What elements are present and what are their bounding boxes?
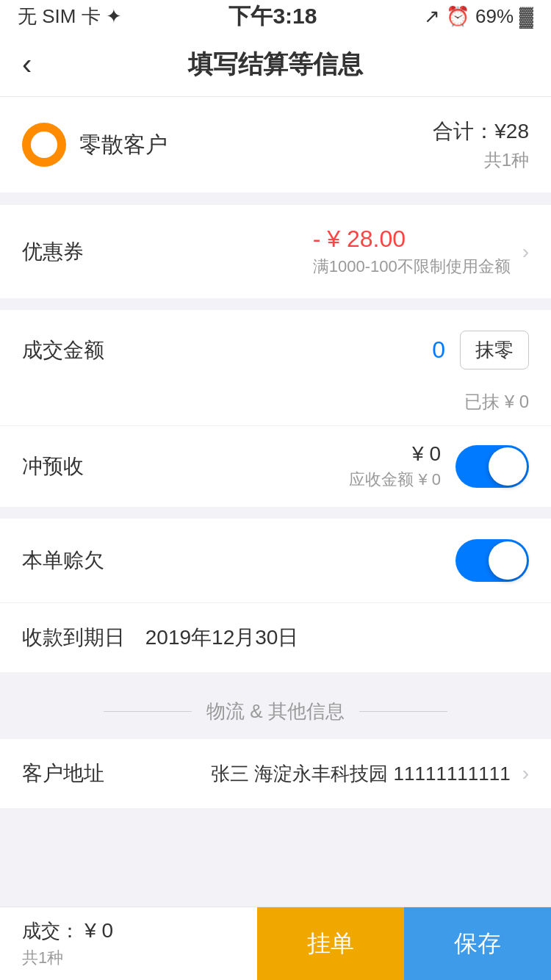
page-title: 填写结算等信息 bbox=[188, 48, 363, 82]
customer-name: 零散客户 bbox=[79, 130, 168, 160]
deal-sub-text: 已抹 ¥ 0 bbox=[0, 390, 551, 425]
coupon-right: - ¥ 28.00 满1000-100不限制使用金额 › bbox=[313, 226, 529, 278]
content-area: 零散客户 合计：¥28 共1种 优惠券 - ¥ 28.00 满1000-100不… bbox=[0, 97, 551, 893]
prepay-amounts: ¥ 0 应收金额 ¥ 0 bbox=[349, 442, 441, 491]
back-button[interactable]: ‹ bbox=[22, 48, 32, 81]
total-count: 共1种 bbox=[433, 148, 529, 172]
prepay-sub-amount: 应收金额 ¥ 0 bbox=[349, 469, 441, 491]
due-date-value: 2019年12月30日 bbox=[145, 626, 299, 649]
bottom-deal-label: 成交： bbox=[22, 920, 79, 942]
prepay-main-amount: ¥ 0 bbox=[349, 442, 441, 466]
toggle-knob bbox=[489, 447, 527, 486]
deal-amount-value: 0 bbox=[432, 336, 445, 364]
sim-status: 无 SIM 卡 ✦ bbox=[18, 4, 122, 29]
bottom-bar: 成交： ¥ 0 共1种 挂单 保存 bbox=[0, 907, 551, 980]
coupon-label: 优惠券 bbox=[22, 238, 84, 266]
status-bar: 无 SIM 卡 ✦ 下午3:18 ↗ ⏰ 69% ▓ bbox=[0, 0, 551, 32]
address-row[interactable]: 客户地址 张三 海淀永丰科技园 11111111111 › bbox=[0, 739, 551, 808]
customer-row: 零散客户 合计：¥28 共1种 bbox=[0, 97, 551, 192]
logistics-label-text: 物流 & 其他信息 bbox=[206, 699, 345, 724]
deal-amount-row: 成交金额 0 抹零 bbox=[0, 310, 551, 390]
round-off-button[interactable]: 抹零 bbox=[460, 331, 529, 370]
credit-label: 本单赊欠 bbox=[22, 547, 104, 574]
prepay-label: 冲预收 bbox=[22, 453, 84, 480]
status-right: ↗ ⏰ 69% ▓ bbox=[424, 5, 533, 28]
nav-bar: ‹ 填写结算等信息 bbox=[0, 32, 551, 97]
address-value: 张三 海淀永丰科技园 11111111111 bbox=[119, 761, 511, 787]
bottom-count: 共1种 bbox=[22, 947, 235, 969]
credit-row: 本单赊欠 bbox=[0, 519, 551, 602]
status-time: 下午3:18 bbox=[228, 1, 317, 32]
deal-section: 成交金额 0 抹零 已抹 ¥ 0 冲预收 ¥ 0 应收金额 ¥ 0 bbox=[0, 310, 551, 507]
address-label: 客户地址 bbox=[22, 760, 104, 788]
due-date-row: 收款到期日 2019年12月30日 bbox=[0, 602, 551, 672]
save-button[interactable]: 保存 bbox=[404, 907, 551, 981]
chevron-right-icon: › bbox=[522, 240, 529, 264]
customer-total: 合计：¥28 共1种 bbox=[433, 118, 529, 172]
credit-toggle-knob bbox=[489, 541, 527, 580]
customer-section: 零散客户 合计：¥28 共1种 bbox=[0, 97, 551, 192]
avatar-icon bbox=[31, 131, 57, 158]
credit-section: 本单赊欠 收款到期日 2019年12月30日 bbox=[0, 519, 551, 672]
due-date-label: 收款到期日 bbox=[22, 626, 125, 649]
location-icon: ↗ bbox=[424, 5, 440, 28]
total-amount: 合计：¥28 bbox=[433, 118, 529, 145]
coupon-description: 满1000-100不限制使用金额 bbox=[313, 256, 511, 278]
bottom-deal-row: 成交： ¥ 0 bbox=[22, 918, 235, 944]
back-icon: ‹ bbox=[22, 48, 32, 80]
bottom-deal-amount: ¥ 0 bbox=[84, 919, 113, 942]
pending-button[interactable]: 挂单 bbox=[257, 907, 404, 981]
coupon-row[interactable]: 优惠券 - ¥ 28.00 满1000-100不限制使用金额 › bbox=[0, 204, 551, 298]
address-section: 客户地址 张三 海淀永丰科技园 11111111111 › bbox=[0, 739, 551, 808]
coupon-discount: - ¥ 28.00 bbox=[313, 226, 511, 253]
battery-level: 69% bbox=[475, 5, 514, 28]
logistics-divider: 物流 & 其他信息 bbox=[0, 684, 551, 739]
bottom-info: 成交： ¥ 0 共1种 bbox=[0, 918, 257, 969]
address-chevron-icon: › bbox=[522, 762, 529, 785]
prepay-right: ¥ 0 应收金额 ¥ 0 bbox=[349, 442, 529, 491]
alarm-icon: ⏰ bbox=[446, 5, 469, 28]
customer-left: 零散客户 bbox=[22, 123, 168, 167]
coupon-info: - ¥ 28.00 满1000-100不限制使用金额 bbox=[313, 226, 511, 278]
avatar bbox=[22, 123, 66, 167]
credit-toggle[interactable] bbox=[455, 539, 529, 582]
coupon-section: 优惠券 - ¥ 28.00 满1000-100不限制使用金额 › bbox=[0, 204, 551, 298]
status-left: 无 SIM 卡 ✦ bbox=[18, 4, 122, 29]
deal-amount-label: 成交金额 bbox=[22, 336, 104, 364]
prepay-toggle[interactable] bbox=[455, 445, 529, 488]
deal-amount-right: 0 抹零 bbox=[432, 331, 529, 370]
prepay-row: 冲预收 ¥ 0 应收金额 ¥ 0 bbox=[0, 425, 551, 507]
battery-icon: ▓ bbox=[519, 5, 533, 28]
